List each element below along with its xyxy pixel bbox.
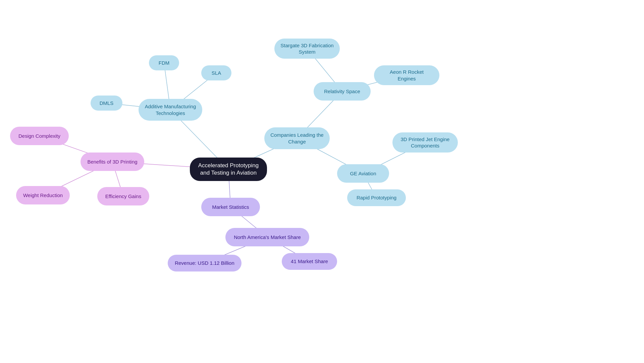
- node-market_stats[interactable]: Market Statistics: [201, 198, 260, 216]
- node-weight_reduction[interactable]: Weight Reduction: [16, 186, 70, 204]
- node-stargate[interactable]: Stargate 3D Fabrication System: [274, 39, 340, 59]
- node-relativity_space[interactable]: Relativity Space: [314, 82, 371, 101]
- node-dmls[interactable]: DMLS: [91, 96, 122, 111]
- node-design_complexity[interactable]: Design Complexity: [10, 127, 69, 145]
- node-benefits[interactable]: Benefits of 3D Printing: [80, 153, 144, 171]
- node-efficiency_gains[interactable]: Efficiency Gains: [97, 187, 149, 205]
- node-additive_mfg[interactable]: Additive Manufacturing Technologies: [139, 99, 202, 121]
- node-ge_aviation[interactable]: GE Aviation: [337, 164, 389, 183]
- node-rapid_proto[interactable]: Rapid Prototyping: [347, 189, 406, 206]
- node-fdm[interactable]: FDM: [149, 55, 179, 70]
- node-revenue[interactable]: Revenue: USD 1.12 Billion: [168, 255, 241, 271]
- node-aeon_r[interactable]: Aeon R Rocket Engines: [374, 65, 439, 85]
- node-companies[interactable]: Companies Leading the Change: [264, 127, 330, 149]
- node-north_america[interactable]: North America's Market Share: [225, 228, 309, 246]
- node-market_share_41[interactable]: 41 Market Share: [282, 253, 337, 270]
- node-center[interactable]: Accelerated Prototyping and Testing in A…: [190, 158, 267, 181]
- node-jet_engine[interactable]: 3D Printed Jet Engine Components: [392, 132, 458, 153]
- node-sla[interactable]: SLA: [201, 65, 231, 80]
